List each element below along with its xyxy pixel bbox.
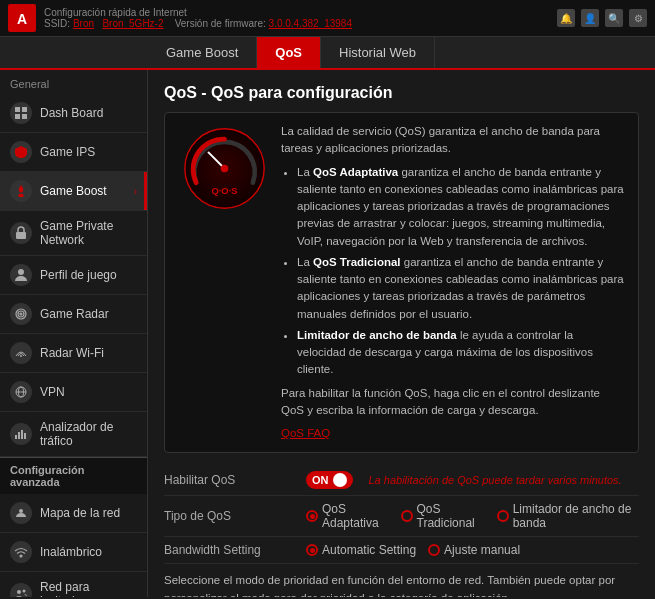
sidebar-general-label: General — [0, 70, 147, 94]
desc-intro: La calidad de servicio (QoS) garantiza e… — [281, 123, 624, 158]
enable-value: ON La habilitación de QoS puede tardar v… — [306, 471, 622, 489]
sidebar-item-perfil[interactable]: Perfil de juego — [0, 256, 147, 295]
radio-limitador[interactable]: Limitador de ancho de banda — [497, 502, 639, 530]
sidebar-item-gameprivate[interactable]: Game Private Network — [0, 211, 147, 256]
bell-icon[interactable]: 🔔 — [557, 9, 575, 27]
sidebar-label-redinvitados: Red para invitados — [40, 580, 137, 597]
sidebar-advanced-label: Configuración avanzada — [0, 457, 147, 494]
enable-hint: Para habilitar la función QoS, haga clic… — [281, 385, 624, 420]
search-icon[interactable]: 🔍 — [605, 9, 623, 27]
sidebar-label-perfil: Perfil de juego — [40, 268, 117, 282]
radio-adaptativa[interactable]: QoS Adaptativa — [306, 502, 389, 530]
gameips-icon — [10, 141, 32, 163]
bandwidth-label: Bandwidth Setting — [164, 543, 294, 557]
radio-tradicional[interactable]: QoS Tradicional — [401, 502, 485, 530]
svg-rect-5 — [22, 114, 27, 119]
sidebar-item-gameips[interactable]: Game IPS — [0, 133, 147, 172]
svg-rect-3 — [22, 107, 27, 112]
setting-row-bandwidth: Bandwidth Setting Automatic Setting Ajus… — [164, 537, 639, 564]
setting-row-type: Tipo de QoS QoS Adaptativa QoS Tradicion… — [164, 496, 639, 537]
page-title: QoS - QoS para configuración — [164, 84, 639, 102]
toggle-on-label: ON — [312, 474, 329, 486]
sidebar-label-inalambrico: Inalámbrico — [40, 545, 102, 559]
vpn-icon — [10, 381, 32, 403]
ssid-5g-link[interactable]: Bron_5GHz-2 — [102, 18, 163, 29]
router-logo: A — [8, 4, 36, 32]
tab-historial[interactable]: Historial Web — [321, 37, 435, 68]
analizador-icon — [10, 423, 32, 445]
sidebar-item-analizador[interactable]: Analizador de tráfico — [0, 412, 147, 457]
content-area: QoS - QoS para configuración — [148, 70, 655, 597]
inalambrico-icon — [10, 541, 32, 563]
radio-label-limitador: Limitador de ancho de banda — [513, 502, 639, 530]
description-box: Q·O·S La calidad de servicio (QoS) garan… — [164, 112, 639, 453]
enable-label: Habilitar QoS — [164, 473, 294, 487]
svg-point-9 — [18, 311, 24, 317]
ssid-2g-link[interactable]: Bron — [73, 18, 94, 29]
svg-rect-17 — [21, 430, 23, 439]
top-bar-icons: 🔔 👤 🔍 ⚙ — [557, 9, 647, 27]
radio-label-auto: Automatic Setting — [322, 543, 416, 557]
svg-point-20 — [20, 555, 22, 557]
sidebar-label-dashboard: Dash Board — [40, 106, 103, 120]
sidebar-item-mapared[interactable]: Mapa de la red — [0, 494, 147, 533]
sidebar-item-gameboost[interactable]: Game Boost › — [0, 172, 147, 211]
sidebar-label-gameprivate: Game Private Network — [40, 219, 137, 247]
bandwidth-radio-group: Automatic Setting Ajuste manual — [306, 543, 520, 557]
radio-auto[interactable]: Automatic Setting — [306, 543, 416, 557]
sidebar-label-radarbw: Radar Wi-Fi — [40, 346, 104, 360]
settings-section: Habilitar QoS ON La habilitación de QoS … — [164, 465, 639, 564]
sidebar-item-vpn[interactable]: VPN — [0, 373, 147, 412]
svg-rect-2 — [15, 107, 20, 112]
radio-dot-manual — [428, 544, 440, 556]
svg-point-7 — [18, 269, 24, 275]
user-icon[interactable]: 👤 — [581, 9, 599, 27]
radio-dot-auto — [306, 544, 318, 556]
sidebar-label-vpn: VPN — [40, 385, 65, 399]
perfil-icon — [10, 264, 32, 286]
desc-bullet-1: La QoS Tradicional garantiza el ancho de… — [297, 254, 624, 323]
desc-bullet-0: La QoS Adaptativa garantiza el ancho de … — [297, 164, 624, 250]
router-title: Configuración rápida de Internet — [44, 7, 352, 18]
tab-gameboost[interactable]: Game Boost — [148, 37, 257, 68]
gear-icon[interactable]: ⚙ — [629, 9, 647, 27]
radio-manual[interactable]: Ajuste manual — [428, 543, 520, 557]
redinvitados-icon — [10, 583, 32, 597]
qos-faq-link[interactable]: QoS FAQ — [281, 425, 624, 442]
sidebar-label-gameips: Game IPS — [40, 145, 95, 159]
qos-toggle[interactable]: ON — [306, 471, 353, 489]
sidebar-item-inalambrico[interactable]: Inalámbrico — [0, 533, 147, 572]
dashboard-icon — [10, 102, 32, 124]
svg-point-22 — [23, 590, 26, 593]
toggle-warning: La habilitación de QoS puede tardar vari… — [369, 474, 622, 486]
sidebar-label-gameboost: Game Boost — [40, 184, 107, 198]
gameradar-icon — [10, 303, 32, 325]
type-label: Tipo de QoS — [164, 509, 294, 523]
sidebar-item-redinvitados[interactable]: Red para invitados — [0, 572, 147, 597]
svg-point-33 — [220, 164, 228, 172]
svg-text:A: A — [17, 11, 27, 27]
desc-bullet-2: Limitador de ancho de banda le ayuda a c… — [297, 327, 624, 379]
tab-bar: Game Boost QoS Historial Web — [0, 37, 655, 70]
firmware-link[interactable]: 3.0.0.4.382_13984 — [269, 18, 352, 29]
radio-dot-adaptativa — [306, 510, 318, 522]
radio-label-manual: Ajuste manual — [444, 543, 520, 557]
top-bar: A Configuración rápida de Internet SSID:… — [0, 0, 655, 37]
tab-qos[interactable]: QoS — [257, 37, 321, 68]
svg-rect-6 — [16, 232, 26, 239]
sidebar-item-dashboard[interactable]: Dash Board — [0, 94, 147, 133]
gameboost-icon — [10, 180, 32, 202]
sidebar: General Dash Board Game IPS Game Boost › — [0, 70, 148, 597]
radio-label-adaptativa: QoS Adaptativa — [322, 502, 389, 530]
radio-dot-limitador — [497, 510, 509, 522]
svg-rect-16 — [18, 432, 20, 439]
svg-rect-15 — [15, 435, 17, 439]
setting-row-enable: Habilitar QoS ON La habilitación de QoS … — [164, 465, 639, 496]
sidebar-item-radarbw[interactable]: Radar Wi-Fi — [0, 334, 147, 373]
svg-point-10 — [20, 313, 22, 315]
toggle-knob — [333, 473, 347, 487]
sidebar-item-gameradar[interactable]: Game Radar — [0, 295, 147, 334]
main-layout: General Dash Board Game IPS Game Boost › — [0, 70, 655, 597]
svg-text:Q·O·S: Q·O·S — [211, 185, 237, 196]
mode-desc: Seleccione el modo de prioridad en funci… — [164, 572, 639, 597]
